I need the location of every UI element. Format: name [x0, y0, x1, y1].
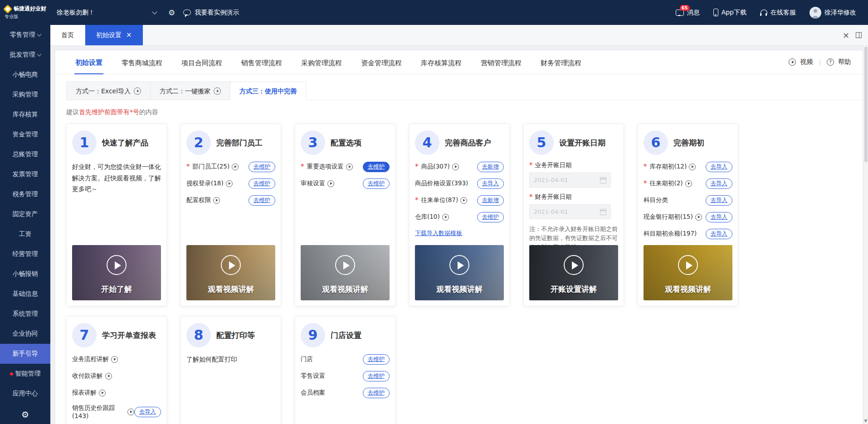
sidebar-item-经营管理[interactable]: 经营管理: [0, 244, 50, 264]
sidebar-item-发票管理[interactable]: 发票管理: [0, 164, 50, 184]
play-icon[interactable]: [111, 356, 118, 363]
sidebar-item-企业协同[interactable]: 企业协同: [0, 324, 50, 344]
play-icon[interactable]: [689, 164, 696, 170]
method-tab-方式一：Excel导入[interactable]: 方式一：Excel导入: [66, 82, 151, 100]
download-template-link[interactable]: 下载导入数据模板: [415, 229, 462, 237]
action-button-去维护[interactable]: 去维护: [363, 178, 390, 189]
video-thumbnail[interactable]: 开始了解: [72, 245, 161, 300]
action-button-去导入[interactable]: 去导入: [477, 178, 504, 189]
play-icon[interactable]: [213, 197, 220, 204]
close-tab-icon[interactable]: ×: [126, 32, 132, 39]
card-item-row: 科目期初余额(197)去导入: [644, 228, 732, 239]
play-icon[interactable]: [695, 214, 702, 221]
messages-button[interactable]: 65 消息: [676, 9, 700, 17]
scrollbar-down-arrow[interactable]: ▼: [863, 419, 868, 423]
video-play-icon[interactable]: [221, 255, 241, 275]
play-icon[interactable]: [460, 197, 467, 204]
vertical-scrollbar[interactable]: ▼: [863, 46, 868, 424]
video-play-icon[interactable]: [678, 255, 698, 275]
app-download-button[interactable]: App下载: [713, 9, 746, 17]
play-icon[interactable]: [127, 409, 134, 415]
sidebar-item-工资[interactable]: 工资: [0, 224, 50, 244]
date-input[interactable]: 2021-04-01: [529, 204, 611, 219]
item-text: 授权登录(18): [186, 179, 224, 188]
play-icon[interactable]: [346, 164, 353, 170]
action-button-去维护[interactable]: 去维护: [249, 178, 276, 189]
sidebar-item-系统管理[interactable]: 系统管理: [0, 304, 50, 324]
action-button-去新增[interactable]: 去新增: [477, 162, 504, 172]
sidebar-item-资金管理[interactable]: 资金管理: [0, 125, 50, 145]
video-thumbnail[interactable]: 观看视频讲解: [301, 245, 390, 300]
video-play-icon[interactable]: [335, 255, 355, 275]
sidebar-item-小畅电商[interactable]: 小畅电商: [0, 65, 50, 85]
sidebar-item-新手引导[interactable]: 新手引导: [0, 344, 50, 364]
video-link[interactable]: 视频: [800, 58, 813, 66]
video-play-icon[interactable]: [449, 255, 469, 275]
tab-首页[interactable]: 首页: [50, 25, 85, 45]
sidebar-item-库存核算[interactable]: 库存核算: [0, 105, 50, 125]
sidebar-gear-icon[interactable]: ⚙: [0, 410, 50, 419]
split-screen-icon[interactable]: [856, 32, 862, 38]
video-thumbnail[interactable]: 开账设置讲解: [529, 245, 618, 300]
date-input[interactable]: 2021-04-01: [529, 173, 611, 188]
content-tab-资金管理流程[interactable]: 资金管理流程: [360, 59, 403, 74]
action-button-去维护[interactable]: 去维护: [477, 212, 504, 222]
demo-link[interactable]: 我要看实例演示: [183, 9, 239, 17]
account-set-dropdown[interactable]: 徐老板勿删！: [50, 0, 164, 25]
tab-初始设置[interactable]: 初始设置×: [85, 25, 143, 45]
sidebar-item-基础信息[interactable]: 基础信息: [0, 284, 50, 304]
content-tab-财务管理流程[interactable]: 财务管理流程: [540, 59, 582, 74]
play-icon[interactable]: [105, 373, 112, 380]
scrollbar-thumb[interactable]: [864, 47, 868, 162]
content-tab-零售商城流程[interactable]: 零售商城流程: [121, 59, 163, 74]
sidebar-item-固定资产[interactable]: 固定资产: [0, 204, 50, 224]
content-tab-销售管理流程[interactable]: 销售管理流程: [240, 59, 283, 74]
sidebar-item-批发管理[interactable]: 批发管理: [0, 45, 50, 65]
action-button-去导入[interactable]: 去导入: [706, 178, 733, 189]
action-button-去导入[interactable]: 去导入: [706, 212, 733, 222]
sidebar-item-小畅报销[interactable]: 小畅报销: [0, 264, 50, 284]
card-title: 完善商品客户: [445, 138, 491, 148]
content-tab-营销管理流程[interactable]: 营销管理流程: [480, 59, 522, 74]
user-menu[interactable]: 徐泽华修改: [809, 7, 856, 19]
action-button-去导入[interactable]: 去导入: [706, 195, 733, 206]
action-button-去导入[interactable]: 去导入: [134, 407, 161, 417]
action-button-去维护[interactable]: 去维护: [249, 195, 276, 206]
settings-gear-icon[interactable]: ⚙: [168, 8, 175, 17]
content-tab-库存核算流程[interactable]: 库存核算流程: [420, 59, 463, 74]
play-icon[interactable]: [442, 214, 449, 221]
sidebar-item-税务管理[interactable]: 税务管理: [0, 184, 50, 204]
video-play-icon[interactable]: [564, 255, 584, 275]
method-tab-方式三：使用中完善[interactable]: 方式三：使用中完善: [230, 82, 306, 100]
action-button-去导入[interactable]: 去导入: [706, 162, 733, 172]
content-tab-初始设置[interactable]: 初始设置: [74, 58, 103, 74]
video-thumbnail[interactable]: 观看视频讲解: [186, 245, 275, 300]
online-service-button[interactable]: 在线客服: [760, 9, 796, 17]
play-icon[interactable]: [452, 164, 459, 170]
sidebar-item-智能管理[interactable]: 智能管理: [0, 364, 50, 384]
action-button-去维护[interactable]: 去维护: [363, 371, 390, 381]
content-tab-项目合同流程[interactable]: 项目合同流程: [180, 59, 223, 74]
video-thumbnail[interactable]: 观看视频讲解: [644, 245, 732, 300]
sidebar-item-采购管理[interactable]: 采购管理: [0, 85, 50, 105]
play-icon[interactable]: [685, 180, 692, 187]
close-icon[interactable]: ×: [843, 31, 849, 39]
content-tab-采购管理流程[interactable]: 采购管理流程: [300, 59, 343, 74]
action-button-去维护[interactable]: 去维护: [363, 354, 390, 365]
sidebar-item-应用中心[interactable]: 应用中心: [0, 384, 50, 404]
play-icon[interactable]: [232, 164, 239, 170]
method-tab-方式二：一键搬家[interactable]: 方式二：一键搬家: [150, 82, 230, 100]
action-button-去维护[interactable]: 去维护: [363, 388, 390, 398]
video-thumbnail[interactable]: 观看视频讲解: [415, 245, 504, 300]
video-play-icon[interactable]: [107, 255, 127, 275]
action-button-去新增[interactable]: 去新增: [477, 195, 504, 206]
play-icon[interactable]: [327, 180, 334, 187]
sidebar-item-总账管理[interactable]: 总账管理: [0, 145, 50, 164]
action-button-去维护[interactable]: 去维护: [363, 162, 390, 172]
play-icon[interactable]: [99, 390, 106, 396]
action-button-去导入[interactable]: 去导入: [706, 229, 733, 239]
play-icon[interactable]: [226, 180, 233, 187]
action-button-去维护[interactable]: 去维护: [249, 162, 276, 172]
help-link[interactable]: 帮助: [838, 58, 851, 66]
sidebar-item-零售管理[interactable]: 零售管理: [0, 25, 50, 45]
